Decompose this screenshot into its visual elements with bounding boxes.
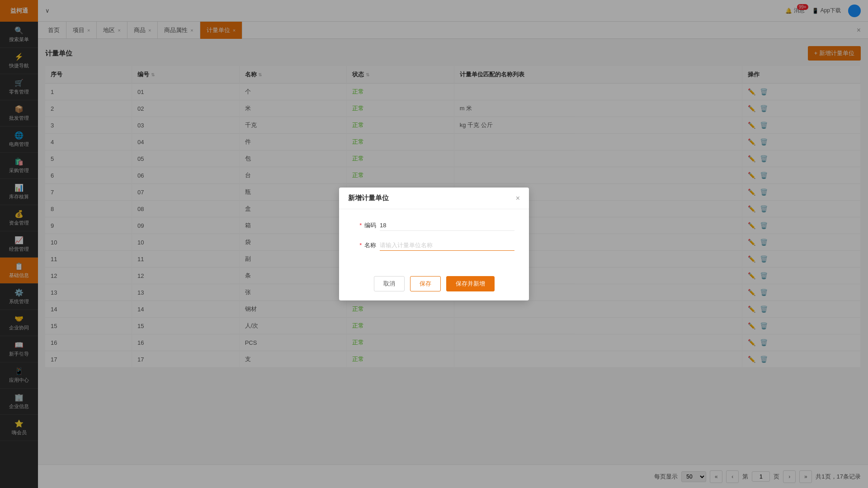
code-form-row: * 编码 <box>354 220 514 231</box>
modal-title: 新增计量单位 <box>348 194 389 202</box>
name-label: * 名称 <box>354 241 376 249</box>
name-input[interactable] <box>380 240 514 251</box>
cancel-button[interactable]: 取消 <box>374 276 405 291</box>
modal-body: * 编码 * 名称 <box>339 209 529 271</box>
required-star: * <box>359 222 362 229</box>
code-label: * 编码 <box>354 221 376 230</box>
modal-overlay[interactable]: 新增计量单位 × * 编码 * 名称 取消 保存 保存并新增 <box>0 0 868 488</box>
required-star: * <box>359 242 362 249</box>
modal-footer: 取消 保存 保存并新增 <box>339 271 529 300</box>
modal-close-btn[interactable]: × <box>516 195 520 202</box>
add-unit-modal: 新增计量单位 × * 编码 * 名称 取消 保存 保存并新增 <box>339 188 529 300</box>
modal-header: 新增计量单位 × <box>339 188 529 209</box>
save-new-button[interactable]: 保存并新增 <box>446 276 495 291</box>
code-input[interactable] <box>380 220 514 231</box>
name-form-row: * 名称 <box>354 240 514 251</box>
save-button[interactable]: 保存 <box>410 276 441 291</box>
